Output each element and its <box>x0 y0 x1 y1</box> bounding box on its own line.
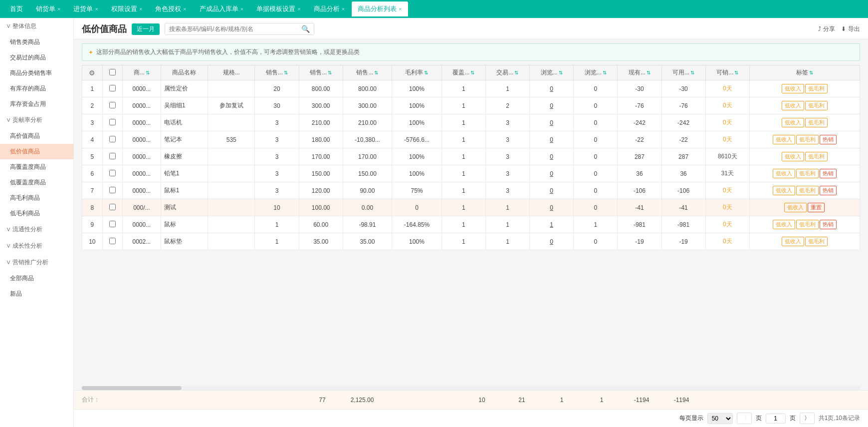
col-header-avg_price[interactable]: 销售...⇅ <box>343 65 392 80</box>
cell-browse1[interactable]: 0 <box>530 131 574 148</box>
sidebar-item-低价值商品[interactable]: 低价值商品 <box>0 144 73 159</box>
col-header-current_stock[interactable]: 现有...⇅ <box>618 65 661 80</box>
col-header-name[interactable]: 商品名称 <box>161 65 208 80</box>
col-header-code[interactable]: 商...⇅ <box>122 65 161 80</box>
sort-icon-browse2[interactable]: ⇅ <box>603 70 607 75</box>
sidebar-item-新品[interactable]: 新品 <box>0 286 73 302</box>
sidebar-item-低毛利商品[interactable]: 低毛利商品 <box>0 206 73 221</box>
select-all-checkbox[interactable] <box>109 69 116 75</box>
cell-browse1[interactable]: 0 <box>530 80 574 97</box>
col-header-transaction[interactable]: 交易...⇅ <box>485 65 529 80</box>
nav-item-销货单[interactable]: 销货单× <box>30 1 66 16</box>
col-header-gear[interactable]: ⚙ <box>82 65 103 80</box>
nav-item-首页[interactable]: 首页 <box>4 1 29 16</box>
col-header-qty[interactable]: 销售...⇅ <box>255 65 299 80</box>
nav-item-进货单[interactable]: 进货单× <box>67 1 104 16</box>
cell-browse1[interactable]: 0 <box>530 114 574 131</box>
gear-button[interactable]: ⚙ <box>89 69 95 77</box>
sort-icon-browse1[interactable]: ⇅ <box>559 70 563 75</box>
col-header-browse1[interactable]: 浏览...⇅ <box>530 65 574 80</box>
search-input[interactable] <box>169 25 301 32</box>
sort-icon-available[interactable]: ⇅ <box>690 70 694 75</box>
row-checkbox[interactable] <box>109 221 116 227</box>
cell-checkbox[interactable] <box>102 148 122 165</box>
time-filter-button[interactable]: 近一月 <box>132 23 160 35</box>
nav-close-icon[interactable]: × <box>342 6 345 12</box>
col-header-coverage[interactable]: 覆盖...⇅ <box>441 65 485 80</box>
cell-checkbox[interactable] <box>102 182 122 199</box>
sidebar-item-低覆盖度商品[interactable]: 低覆盖度商品 <box>0 175 73 190</box>
row-checkbox[interactable] <box>109 102 116 108</box>
row-checkbox[interactable] <box>109 187 116 193</box>
share-button[interactable]: ⤴ 分享 <box>818 25 835 33</box>
search-icon[interactable]: 🔍 <box>301 25 310 33</box>
sidebar-item-全部商品[interactable]: 全部商品 <box>0 271 73 286</box>
cell-checkbox[interactable] <box>102 216 122 233</box>
col-header-tags[interactable]: 标签⇅ <box>749 65 860 80</box>
cell-browse1[interactable]: 0 <box>530 97 574 114</box>
sidebar-item-交易过的商品[interactable]: 交易过的商品 <box>0 50 73 65</box>
col-header-checkbox[interactable] <box>102 65 122 80</box>
export-button[interactable]: ⬇ 导出 <box>841 25 860 33</box>
sort-icon-gross_margin[interactable]: ⇅ <box>424 70 428 75</box>
cell-browse1[interactable]: 0 <box>530 165 574 182</box>
row-checkbox[interactable] <box>109 238 116 244</box>
cell-checkbox[interactable] <box>102 131 122 148</box>
page-input[interactable] <box>766 414 786 424</box>
col-header-browse2[interactable]: 浏览...⇅ <box>574 65 618 80</box>
next-page-button[interactable]: 〉 <box>800 413 815 424</box>
cell-browse1[interactable]: 0 <box>530 199 574 216</box>
sort-icon-transaction[interactable]: ⇅ <box>514 70 518 75</box>
sort-icon-qty[interactable]: ⇅ <box>284 70 288 75</box>
sort-icon-avg_price[interactable]: ⇅ <box>374 70 378 75</box>
nav-item-商品分析[interactable]: 商品分析× <box>308 1 351 16</box>
sidebar-item-高价值商品[interactable]: 高价值商品 <box>0 128 73 144</box>
sort-icon-current_stock[interactable]: ⇅ <box>647 70 651 75</box>
col-header-sales_amount[interactable]: 销售...⇅ <box>299 65 343 80</box>
sort-icon-coverage[interactable]: ⇅ <box>470 70 474 75</box>
cell-browse1[interactable]: 0 <box>530 182 574 199</box>
sidebar-group-∨ 流通性分析[interactable]: ∨ 流通性分析 <box>0 221 73 238</box>
sidebar-item-高毛利商品[interactable]: 高毛利商品 <box>0 190 73 206</box>
per-page-select[interactable]: 50 100 200 <box>707 413 733 424</box>
nav-item-单据模板设置[interactable]: 单据模板设置× <box>250 1 306 16</box>
cell-checkbox[interactable] <box>102 114 122 131</box>
nav-close-icon[interactable]: × <box>399 6 402 12</box>
cell-checkbox[interactable] <box>102 80 122 97</box>
scrollbar-area[interactable] <box>82 386 860 390</box>
cell-checkbox[interactable] <box>102 199 122 216</box>
sidebar-item-有库存的商品[interactable]: 有库存的商品 <box>0 81 73 96</box>
cell-browse1[interactable]: 0 <box>530 233 574 250</box>
nav-close-icon[interactable]: × <box>57 6 60 12</box>
col-header-available[interactable]: 可用...⇅ <box>661 65 705 80</box>
cell-browse1[interactable]: 0 <box>530 148 574 165</box>
row-checkbox[interactable] <box>109 153 116 159</box>
sidebar-item-高覆盖度商品[interactable]: 高覆盖度商品 <box>0 159 73 175</box>
row-checkbox[interactable] <box>109 119 116 125</box>
row-checkbox[interactable] <box>109 204 116 210</box>
nav-item-角色授权[interactable]: 角色授权× <box>149 1 192 16</box>
nav-close-icon[interactable]: × <box>95 6 98 12</box>
sidebar-item-销售类商品[interactable]: 销售类商品 <box>0 34 73 50</box>
sidebar-group-∨ 贡献率分析[interactable]: ∨ 贡献率分析 <box>0 112 73 128</box>
sidebar-item-库存资金占用[interactable]: 库存资金占用 <box>0 96 73 112</box>
nav-item-产成品入库单[interactable]: 产成品入库单× <box>194 1 249 16</box>
nav-close-icon[interactable]: × <box>183 6 186 12</box>
cell-checkbox[interactable] <box>102 233 122 250</box>
nav-item-权限设置[interactable]: 权限设置× <box>105 1 148 16</box>
cell-browse1[interactable]: 1 <box>530 216 574 233</box>
prev-page-button[interactable]: 〈 <box>737 413 752 424</box>
scrollbar-thumb[interactable] <box>82 386 182 390</box>
row-checkbox[interactable] <box>109 85 116 91</box>
nav-close-icon[interactable]: × <box>240 6 243 12</box>
nav-item-商品分析列表[interactable]: 商品分析列表× <box>352 1 408 16</box>
sidebar-item-商品分类销售率[interactable]: 商品分类销售率 <box>0 65 73 81</box>
sort-icon-code[interactable]: ⇅ <box>146 70 150 75</box>
col-header-sellable[interactable]: 可销...⇅ <box>705 65 749 80</box>
row-checkbox[interactable] <box>109 170 116 176</box>
col-header-spec[interactable]: 规格... <box>208 65 255 80</box>
cell-checkbox[interactable] <box>102 165 122 182</box>
nav-close-icon[interactable]: × <box>139 6 142 12</box>
sort-icon-tags[interactable]: ⇅ <box>809 70 813 75</box>
sidebar-group-∨ 整体信息[interactable]: ∨ 整体信息 <box>0 18 73 34</box>
